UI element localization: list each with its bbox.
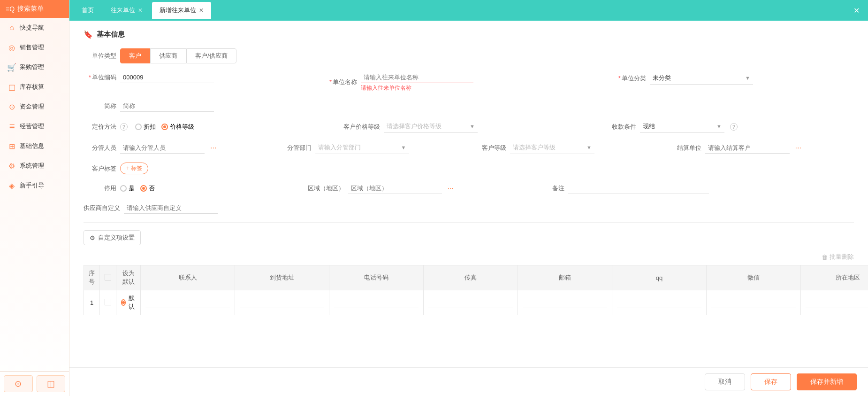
batch-delete-btn[interactable]: 🗑 批量删除 [822, 253, 854, 261]
sidebar-item-system[interactable]: ⚙ 系统管理 [0, 156, 69, 176]
abbreviation-input[interactable] [120, 101, 214, 112]
department-placeholder: 请输入分管部门 [318, 143, 361, 152]
payment-terms-select[interactable]: 现结 ▼ [640, 120, 724, 133]
unit-type-both-btn[interactable]: 客户/供应商 [186, 48, 236, 63]
pricing-grade-label: 价格等级 [170, 123, 194, 131]
row-fax[interactable] [424, 290, 518, 315]
disabled-yes-radio[interactable]: 是 [120, 184, 135, 193]
row-contact[interactable] [141, 290, 235, 315]
row-phone[interactable] [329, 290, 424, 315]
sidebar-item-inventory[interactable]: ◫ 库存核算 [0, 77, 69, 97]
sidebar-item-label: 采购管理 [20, 63, 44, 71]
region-input[interactable] [348, 183, 442, 194]
unit-category-select[interactable]: 未分类 ▼ [650, 72, 753, 85]
disabled-label: 停用 [84, 184, 116, 193]
row-email[interactable] [518, 290, 612, 315]
row-area[interactable] [801, 290, 868, 315]
remarks-label: 备注 [532, 184, 564, 193]
row-qq-input[interactable] [617, 297, 701, 308]
sidebar-item-operations[interactable]: ≣ 经营管理 [0, 116, 69, 136]
sidebar-settings-btn[interactable]: ◫ [37, 375, 66, 392]
operations-icon: ≣ [8, 122, 16, 131]
payment-help-icon[interactable]: ? [730, 123, 738, 131]
table-header-checkbox[interactable] [105, 274, 111, 280]
disabled-yes-circle [120, 185, 127, 192]
customer-price-arrow: ▼ [470, 124, 475, 129]
manager-input[interactable] [120, 142, 205, 154]
customer-tag-field: 客户标签 + 标签 [84, 163, 854, 174]
close-all-tabs-btn[interactable]: ✕ [850, 4, 863, 17]
unit-name-input[interactable] [361, 72, 473, 83]
manager-field: 分管人员 ··· [84, 142, 269, 154]
custom-settings-btn[interactable]: ⚙ 自定义项设置 [84, 230, 141, 245]
main-content: 🔖 基本信息 单位类型 客户 供应商 客户/供应商 *单位编码 [69, 21, 868, 367]
tab-new-partner[interactable]: 新增往来单位 ✕ [152, 2, 211, 19]
pricing-grade-radio[interactable]: 价格等级 [161, 123, 194, 131]
manager-label: 分管人员 [84, 144, 116, 152]
system-icon: ⚙ [8, 162, 16, 170]
disabled-row: 停用 是 否 区域（地区） ··· [84, 183, 854, 194]
sidebar-item-guide[interactable]: ◈ 新手引导 [0, 176, 69, 195]
manager-more-btn[interactable]: ··· [208, 144, 218, 152]
required-star: * [89, 74, 91, 81]
unit-type-customer-btn[interactable]: 客户 [120, 48, 150, 63]
row-address-input[interactable] [240, 297, 324, 308]
sidebar-item-basic-info[interactable]: ⊞ 基础信息 [0, 136, 69, 156]
sidebar-item-label: 系统管理 [20, 162, 44, 170]
pricing-help-icon[interactable]: ? [120, 123, 128, 131]
customer-level-select[interactable]: 请选择客户等级 ▼ [510, 141, 594, 154]
sidebar-collapse-btn[interactable]: ⊙ [4, 375, 33, 392]
batch-delete-icon: 🗑 [822, 254, 828, 261]
add-tag-btn[interactable]: + 标签 [120, 163, 148, 174]
disabled-field: 停用 是 否 [84, 184, 298, 193]
disabled-no-radio[interactable]: 否 [140, 184, 155, 193]
row-wechat[interactable] [707, 290, 801, 315]
table-row: 1 默认 [84, 290, 868, 315]
row-email-input[interactable] [523, 297, 607, 308]
pricing-discount-radio[interactable]: 折扣 [135, 123, 156, 131]
row-qq[interactable] [612, 290, 707, 315]
supplier-custom-field: 供应商自定义 [84, 202, 854, 214]
disabled-yes-label: 是 [129, 184, 135, 193]
sidebar-item-quick-nav[interactable]: ⌂ 快捷导航 [0, 18, 69, 38]
sidebar-item-label: 快捷导航 [20, 23, 44, 32]
row-phone-input[interactable] [334, 297, 419, 308]
sidebar-item-label: 库存核算 [20, 83, 44, 91]
table-header-row: 序号 设为默认 联系人 到货地址 电话号码 传真 邮箱 qq 微信 所在地区 [84, 265, 868, 290]
region-more-btn[interactable]: ··· [446, 184, 456, 193]
unit-category-label: *单位分类 [613, 74, 646, 83]
sidebar-item-finance[interactable]: ⊙ 资金管理 [0, 97, 69, 116]
row-address[interactable] [235, 290, 329, 315]
sidebar-item-label: 经营管理 [20, 122, 44, 131]
tab-partners[interactable]: 往来单位 ✕ [103, 2, 150, 19]
unit-code-input[interactable] [120, 72, 214, 83]
row-wechat-input[interactable] [711, 297, 796, 308]
row-contact-input[interactable] [145, 297, 230, 308]
department-select[interactable]: 请输入分管部门 ▼ [315, 141, 409, 154]
row-checkbox[interactable] [105, 299, 111, 305]
col-address: 到货地址 [235, 265, 329, 290]
cancel-button[interactable]: 取消 [705, 373, 745, 390]
row-fax-input[interactable] [428, 297, 513, 308]
tab-new-partner-close[interactable]: ✕ [199, 7, 204, 14]
pricing-grade-radio-circle [161, 124, 168, 130]
sidebar-item-purchase[interactable]: 🛒 采购管理 [0, 57, 69, 77]
sidebar-item-sales[interactable]: ◎ 销售管理 [0, 38, 69, 57]
row-default-radio[interactable]: 默认 [121, 294, 136, 311]
settlement-input[interactable] [705, 142, 790, 154]
tab-partners-close[interactable]: ✕ [138, 7, 143, 14]
customer-price-select[interactable]: 请选择客户价格等级 ▼ [384, 120, 478, 133]
purchase-icon: 🛒 [8, 63, 16, 71]
save-new-button[interactable]: 保存并新增 [797, 373, 857, 390]
col-area: 所在地区 [801, 265, 868, 290]
tab-home[interactable]: 首页 [74, 2, 101, 19]
supplier-custom-input[interactable] [124, 202, 218, 214]
customer-level-arrow: ▼ [586, 145, 592, 150]
save-button[interactable]: 保存 [751, 373, 791, 390]
finance-icon: ⊙ [8, 102, 16, 111]
unit-type-supplier-btn[interactable]: 供应商 [150, 48, 186, 63]
remarks-input[interactable] [568, 183, 709, 194]
row-area-input[interactable] [806, 297, 868, 308]
search-menu-btn[interactable]: ≡Q 搜索菜单 [0, 0, 69, 18]
settlement-more-btn[interactable]: ··· [793, 144, 803, 152]
